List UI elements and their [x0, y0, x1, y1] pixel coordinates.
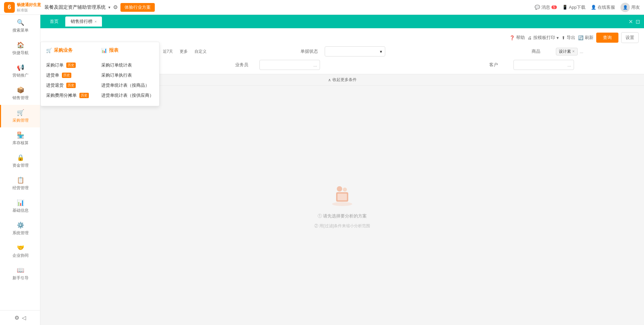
message-badge: 5	[551, 5, 557, 9]
top-header: 6 畅捷通好生意 标准版 装餐及固定资产辅助管理系统 ▾ ⚙ 体验行业方案 💬 …	[0, 0, 644, 15]
product-label: 商品	[532, 48, 552, 54]
user-avatar: 👤	[620, 3, 630, 12]
logo-area: 6 畅捷通好生意 标准版	[4, 2, 44, 13]
menu-item-return[interactable]: 进货退货 历史	[46, 80, 93, 90]
refresh-btn[interactable]: 🔄 刷新	[578, 35, 594, 41]
home-icon: 🏠	[17, 41, 24, 49]
collapse-sidebar-icon[interactable]: ◁	[22, 315, 26, 321]
sidebar-item-search[interactable]: 🔍 搜索菜单	[0, 15, 40, 37]
collapse-icon: ∧	[328, 78, 331, 82]
print-dropdown-icon: ▾	[557, 35, 559, 40]
settings-btn[interactable]: 设置	[621, 32, 639, 43]
svg-point-0	[332, 202, 352, 206]
doc-status-select[interactable]: ▾	[325, 46, 385, 56]
svg-point-3	[337, 186, 342, 192]
industry-btn[interactable]: 体验行业方案	[120, 3, 155, 12]
query-btn[interactable]: 查询	[596, 33, 618, 43]
search-icon: 🔍	[17, 19, 24, 26]
empty-state: ① 请先选择要分析的方案 ② 用[过滤]条件来缩小分析范围	[40, 86, 644, 325]
service-icon: 👤	[591, 5, 596, 10]
customer-select[interactable]: ...	[513, 60, 574, 70]
online-service-action[interactable]: 👤 在线客服	[591, 4, 615, 10]
sidebar-item-operations[interactable]: 📋 经营管理	[0, 172, 40, 195]
content-area: 首页 销售排行榜 × ✕ ⊡ 🛒 采购业务	[40, 15, 644, 325]
collapse-btn[interactable]: ∧ 收起更多条件	[328, 77, 357, 83]
sidebar-item-purchase[interactable]: 🛒 采购管理	[0, 105, 40, 127]
export-btn[interactable]: ⬆ 导出	[562, 35, 575, 41]
tab-sales-rank[interactable]: 销售排行榜 ×	[65, 16, 102, 27]
export-icon: ⬆	[562, 35, 565, 40]
menu-item-purchase-exec[interactable]: 采购订单执行表	[101, 70, 154, 80]
menu-item-inbound-badge: 历史	[62, 73, 71, 78]
menu-item-cost-alloc[interactable]: 采购费用分摊单 历史	[46, 90, 93, 100]
header-center: 装餐及固定资产辅助管理系统 ▾ ⚙ 体验行业方案	[44, 3, 535, 12]
tab-close-sales-rank[interactable]: ×	[95, 19, 97, 24]
menu-item-purchase-order-badge: 历史	[66, 63, 76, 68]
sidebar: 🔍 搜索菜单 🏠 快捷导航 📢 营销推广 📦 销售管理 🛒 采购管理 🏪 库存核…	[0, 15, 40, 325]
menu-item-inbound-stat-supplier[interactable]: 进货单统计表（按供应商）	[101, 90, 154, 100]
menu-item-return-label: 进货退货	[46, 82, 64, 88]
sidebar-item-enterprise[interactable]: 🤝 企业协同	[0, 240, 40, 262]
product-more-btn[interactable]: ...	[580, 49, 583, 54]
tab-home[interactable]: 首页	[44, 16, 64, 27]
tab-content-wrapper: 🛒 采购业务 采购订单 历史 进货单 历史 进货退货 历史	[40, 28, 644, 325]
user-action[interactable]: 👤 用友	[620, 3, 640, 12]
product-tag: 设计素 ×	[556, 48, 578, 55]
guide-icon: 📖	[17, 267, 24, 274]
doc-status-arrow: ▾	[380, 49, 382, 54]
menu-item-cost-alloc-badge: 历史	[79, 93, 89, 98]
menu-item-inbound-stat-product[interactable]: 进货单统计表（按商品）	[101, 80, 154, 90]
empty-illustration	[329, 182, 356, 209]
sidebar-item-marketing[interactable]: 📢 营销推广	[0, 60, 40, 82]
menu-section-purchase: 🛒 采购业务 采购订单 历史 进货单 历史 进货退货 历史	[46, 47, 93, 100]
sidebar-item-inventory[interactable]: 🏪 库存核算	[0, 127, 40, 150]
salesman-more-btn[interactable]: ...	[314, 63, 317, 68]
sidebar-item-basic-info[interactable]: 📊 基础信息	[0, 195, 40, 217]
sidebar-item-system[interactable]: ⚙️ 系统管理	[0, 217, 40, 240]
tab-close-btn[interactable]: ✕	[629, 18, 633, 25]
logo-icon: 6	[4, 2, 15, 13]
empty-hint-2: ② 用[过滤]条件来缩小分析范围	[314, 223, 370, 229]
report-section-icon: 📊	[101, 48, 107, 53]
menu-item-inbound[interactable]: 进货单 历史	[46, 70, 93, 80]
help-btn[interactable]: ❓ 帮助	[509, 35, 525, 41]
tab-maximize-btn[interactable]: ⊡	[636, 18, 640, 25]
menu-item-purchase-stat[interactable]: 采购订单统计表	[101, 60, 154, 70]
sidebar-item-finance[interactable]: 🔒 资金管理	[0, 150, 40, 172]
basic-info-icon: 📊	[17, 199, 24, 206]
settings-bottom-icon[interactable]: ⚙	[14, 315, 19, 321]
menu-item-purchase-order[interactable]: 采购订单 历史	[46, 60, 93, 70]
quick-date-7days[interactable]: 近7天	[160, 48, 176, 55]
report-section-title: 📊 报表	[101, 47, 154, 56]
sidebar-item-sales[interactable]: 📦 销售管理	[0, 82, 40, 105]
empty-hint-1: ① 请先选择要分析的方案	[318, 213, 367, 219]
customer-more-btn[interactable]: ...	[568, 63, 571, 68]
quick-date-custom[interactable]: 自定义	[192, 48, 209, 55]
help-icon: ❓	[509, 35, 515, 40]
purchase-section-icon: 🛒	[46, 48, 52, 53]
app-download-action[interactable]: 📱 App下载	[562, 4, 585, 10]
menu-section-report: 📊 报表 采购订单统计表 采购订单执行表 进货单统计表（按商品） 进货单统计表（…	[101, 47, 154, 100]
toolbar-right: ❓ 帮助 🖨 按模板打印 ▾ ⬆ 导出 🔄	[509, 32, 639, 43]
svg-point-4	[343, 188, 347, 192]
menu-item-inbound-label: 进货单	[46, 72, 59, 78]
quick-date-more[interactable]: 更多	[177, 48, 190, 55]
message-icon: 💬	[535, 5, 540, 10]
sidebar-bottom: ⚙ ◁	[0, 310, 40, 325]
quick-dates: 近7天 更多 自定义	[160, 48, 210, 55]
sales-icon: 📦	[17, 86, 24, 94]
header-right: 💬 消息 5 📱 App下载 👤 在线客服 👤 用友	[535, 3, 640, 12]
sidebar-item-guide[interactable]: 📖 新手引导	[0, 262, 40, 285]
sidebar-item-quick-nav[interactable]: 🏠 快捷导航	[0, 37, 40, 60]
menu-item-return-badge: 历史	[66, 83, 76, 88]
product-tag-remove[interactable]: ×	[572, 49, 575, 54]
system-dropdown-arrow[interactable]: ▾	[108, 5, 110, 10]
salesman-select[interactable]: ...	[259, 60, 320, 70]
print-template-btn[interactable]: 🖨 按模板打印 ▾	[528, 35, 559, 41]
system-icon: ⚙️	[17, 221, 24, 229]
menu-item-purchase-order-label: 采购订单	[46, 62, 64, 68]
message-action[interactable]: 💬 消息 5	[535, 4, 557, 10]
product-filter-area: 设计素 × ...	[556, 48, 583, 55]
main-layout: 🔍 搜索菜单 🏠 快捷导航 📢 营销推广 📦 销售管理 🛒 采购管理 🏪 库存核…	[0, 15, 644, 325]
settings-icon[interactable]: ⚙	[113, 4, 118, 10]
